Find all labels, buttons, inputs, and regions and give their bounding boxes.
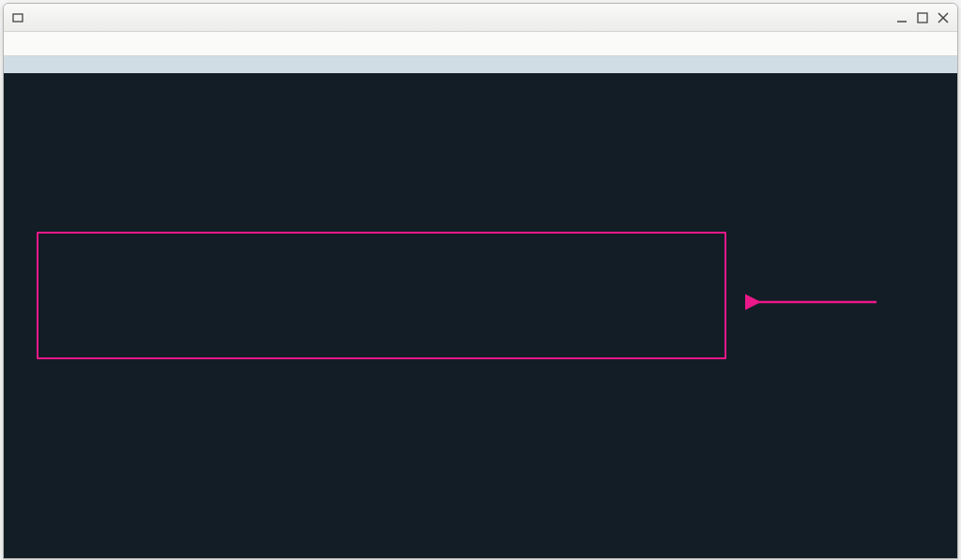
close-icon[interactable]: [937, 11, 950, 24]
svg-rect-2: [918, 13, 927, 23]
titlebar[interactable]: [4, 4, 957, 32]
terminal[interactable]: [4, 56, 957, 558]
nano-filename: [15, 56, 845, 73]
app-menu-icon[interactable]: [11, 11, 24, 24]
svg-rect-0: [13, 14, 23, 22]
menubar: [4, 32, 957, 56]
nano-version: [4, 56, 15, 73]
annotation-highlight-box: [37, 232, 726, 359]
nano-status-bar: [4, 56, 957, 73]
editor-content[interactable]: [4, 73, 957, 75]
annotation-arrow-icon: [745, 288, 886, 316]
terminal-window: [3, 3, 958, 559]
nano-shortcuts-row: [4, 554, 957, 558]
minimize-icon[interactable]: [895, 11, 908, 24]
maximize-icon[interactable]: [916, 11, 929, 24]
